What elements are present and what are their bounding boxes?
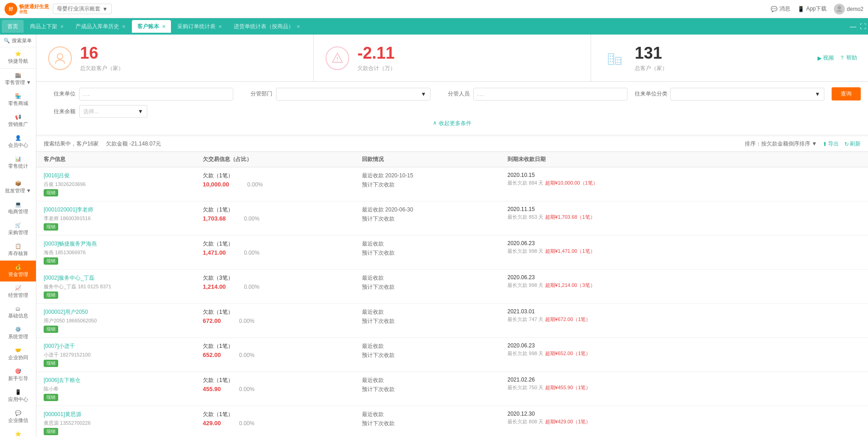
svg-rect-11 xyxy=(610,61,611,62)
collab-label: 企业协同 xyxy=(8,354,28,361)
minimize-icon[interactable]: — xyxy=(850,23,856,30)
results-bar: 搜索结果中，客户16家 欠款金额 -21,148.07元 排序：按欠款金额倒序排… xyxy=(36,136,868,152)
overdue-link-4[interactable]: 超期¥672.00（1笔） xyxy=(545,316,591,322)
export-label: 导出 xyxy=(828,140,839,148)
tab-customer-account[interactable]: 客户账本 ✕ xyxy=(132,20,171,33)
balance-select[interactable]: 选择... ▼ xyxy=(79,105,147,118)
overdue-info-5: 2020.06.23 最长欠款 998 天 超期¥652.00（1笔） xyxy=(507,342,861,357)
debt-amount-1: 1,703.68 xyxy=(203,215,226,222)
sidebar-item-retail-stats[interactable]: 📊 零售统计 xyxy=(0,152,36,173)
video-label: 视频 xyxy=(823,54,834,62)
query-button[interactable]: 查询 xyxy=(832,87,861,100)
dept-select[interactable]: ▼ xyxy=(276,88,430,100)
star-icon: ⭐ xyxy=(15,51,21,57)
help-btn[interactable]: ？ 帮助 xyxy=(839,54,857,62)
debt-icon xyxy=(326,46,349,70)
overdue-link-3[interactable]: 超期¥1,214.00（3笔） xyxy=(545,282,595,288)
customer-name-3[interactable]: [0002]服务中心_丁磊 xyxy=(44,274,203,282)
from-unit-input[interactable]: ... xyxy=(79,88,233,100)
tab-production[interactable]: 产成品入库单历史 ✕ xyxy=(70,20,131,33)
debt-label-4: 欠款（1笔） xyxy=(203,308,233,316)
col-customer-info: 客户信息 xyxy=(44,156,203,163)
customer-name-7[interactable]: [000001]黄思源 xyxy=(44,411,203,418)
sidebar-item-wechat[interactable]: 💬 企业微信 xyxy=(0,407,36,427)
app-download-btn[interactable]: 📱 App下载 xyxy=(798,5,827,13)
tab-products[interactable]: 商品上下架 ✕ xyxy=(25,20,69,33)
close-icon[interactable]: ✕ xyxy=(60,24,64,29)
sidebar-item-ecommerce[interactable]: 💻 电商管理 xyxy=(0,198,36,219)
close-icon[interactable]: ✕ xyxy=(296,24,300,29)
table-row: [0016]吕俊 吕俊 13026203696 现销 欠款（1笔） 10,000… xyxy=(36,167,868,201)
close-icon[interactable]: ✕ xyxy=(162,24,166,29)
person-label: 分管人员 xyxy=(438,90,470,98)
sidebar-item-guide[interactable]: 🎯 新手引导 xyxy=(0,365,36,386)
customer-name-0[interactable]: [0016]吕俊 xyxy=(44,172,203,180)
sidebar-item-collab[interactable]: 🤝 企业协同 xyxy=(0,344,36,365)
logo-text: 畅捷通好生意 xyxy=(19,4,49,10)
sidebar-item-basic-info[interactable]: 🗂 基础信息 xyxy=(0,302,36,323)
sidebar-item-purchase[interactable]: 🛒 采购管理 xyxy=(0,219,36,240)
due-date-6: 2021.02.26 xyxy=(507,377,861,383)
overdue-link-5[interactable]: 超期¥652.00（1笔） xyxy=(545,351,591,356)
svg-rect-12 xyxy=(612,61,613,62)
sidebar-item-apps[interactable]: 📱 应用中心 xyxy=(0,386,36,407)
maximize-icon[interactable]: ⛶ xyxy=(860,23,866,30)
sidebar-item-system[interactable]: ⚙️ 系统管理 xyxy=(0,323,36,344)
quick-nav-item[interactable]: ⭐ 快捷导航 xyxy=(0,47,36,69)
close-icon[interactable]: ✕ xyxy=(218,24,222,29)
customer-name-6[interactable]: [0006]去下粮仓 xyxy=(44,377,203,384)
due-date-5: 2020.06.23 xyxy=(507,342,861,349)
person-input[interactable]: ... xyxy=(473,88,627,100)
video-btn[interactable]: ▶ 视频 xyxy=(818,54,834,62)
apps-label: 应用中心 xyxy=(8,396,28,403)
card-icon-debt xyxy=(325,45,350,71)
search-menu-item[interactable]: 🔍 搜索菜单 xyxy=(0,35,36,47)
refresh-label: 刷新 xyxy=(850,140,861,148)
overdue-link-6[interactable]: 超期¥455.90（1笔） xyxy=(545,385,591,390)
user-menu[interactable]: demo2 xyxy=(834,4,863,15)
guide-label: 新手引导 xyxy=(8,375,28,382)
results-bar-right: 排序：按欠款金额倒序排序 ▼ ⬆ 导出 ↻ 刷新 xyxy=(745,140,861,148)
customer-contact-6: 陈小希 xyxy=(44,386,203,392)
badge-3: 现销 xyxy=(44,291,58,299)
export-button[interactable]: ⬆ 导出 xyxy=(823,140,839,148)
customer-name-5[interactable]: [0007]小迸千 xyxy=(44,342,203,350)
refresh-button[interactable]: ↻ 刷新 xyxy=(844,140,861,148)
sidebar-item-inventory[interactable]: 📋 库存核算 xyxy=(0,240,36,261)
customer-contact-3: 服务中心_丁磊 181 0125 8371 xyxy=(44,283,203,290)
tab-home[interactable]: 首页 xyxy=(2,20,24,33)
customer-info-3: [0002]服务中心_丁磊 服务中心_丁磊 181 0125 8371 现销 xyxy=(44,274,203,299)
sidebar-item-marketing[interactable]: 📢 营销推广 xyxy=(0,111,36,131)
store-selector[interactable]: 母婴行业演示账套 ▼ xyxy=(53,4,112,14)
sidebar-item-retail-mall[interactable]: 🏪 零售商城 xyxy=(0,90,36,111)
sidebar-item-management[interactable]: 📈 经营管理 xyxy=(0,281,36,302)
message-btn[interactable]: 💬 消息 xyxy=(771,5,790,13)
collapse-row[interactable]: ∧ 收起更多条件 xyxy=(44,118,861,129)
next-payment-1: 预计下次收款 xyxy=(362,215,507,223)
tab-stock[interactable]: 进货单统计表（按商品） ✕ xyxy=(228,20,306,33)
customer-name-2[interactable]: [0003]畅捷服务尹海燕 xyxy=(44,240,203,248)
collapse-label: 收起更多条件 xyxy=(439,120,472,127)
overdue-info-4: 2021.03.01 最长欠款 747 天 超期¥672.00（1笔） xyxy=(507,308,861,323)
debt-amount-2: 1,471.00 xyxy=(203,249,226,256)
customer-name-4[interactable]: [000002]用户2050 xyxy=(44,308,203,316)
overdue-link-1[interactable]: 超期¥1,703.68（1笔） xyxy=(545,214,595,220)
sidebar-item-member[interactable]: 👤 会员中心 xyxy=(0,131,36,152)
tab-bar: 首页 商品上下架 ✕ 产成品入库单历史 ✕ 客户账本 ✕ 采购订单统计表 ✕ 进… xyxy=(0,18,868,35)
table-header: 客户信息 欠交易信息（占比） 回款情况 到期未收款日期 xyxy=(36,152,868,167)
debt-amount-5: 652.00 xyxy=(203,352,221,358)
overdue-link-2[interactable]: 超期¥1,471.00（1笔） xyxy=(545,248,595,254)
tab-purchase[interactable]: 采购订单统计表 ✕ xyxy=(172,20,227,33)
sidebar-item-retail-mgmt[interactable]: 🏬 零售管理 ▼ xyxy=(0,69,36,90)
ecommerce-icon: 💻 xyxy=(15,201,21,207)
close-icon[interactable]: ✕ xyxy=(122,24,125,29)
sidebar-item-wholesale[interactable]: 📦 批发管理 ▼ xyxy=(0,177,36,198)
overdue-link-0[interactable]: 超期¥10,000.00（1笔） xyxy=(545,180,598,186)
sidebar-item-finance[interactable]: 💰 资金管理 xyxy=(0,261,36,281)
sidebar-item-vip[interactable]: ⭐ 畅会员 xyxy=(0,427,36,437)
debt-amount-row-1: 1,703.68 0.00% xyxy=(203,215,362,222)
unit-class-select[interactable]: ▼ xyxy=(670,88,824,100)
customer-name-1[interactable]: [0001020001]李老师 xyxy=(44,206,203,214)
overdue-link-7[interactable]: 超期¥429.00（1笔） xyxy=(545,419,591,424)
debt-amount-6: 455.90 xyxy=(203,386,221,392)
